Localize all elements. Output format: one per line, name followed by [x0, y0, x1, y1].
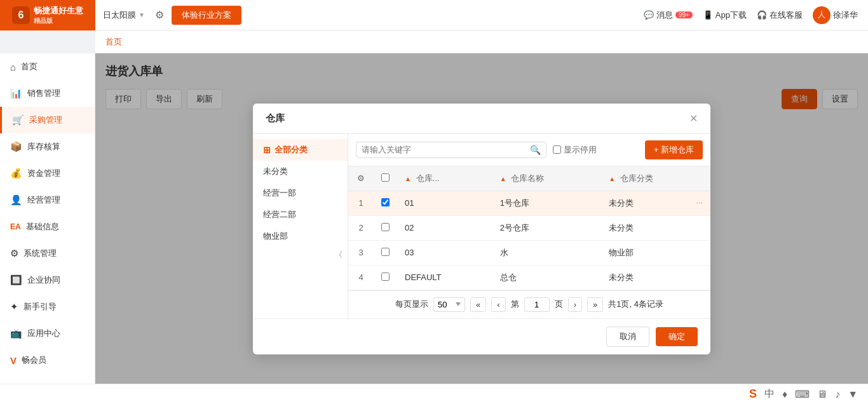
row-name: 1号仓库	[492, 191, 602, 215]
sidebar-item-collab[interactable]: 🔲 企业协同	[0, 267, 95, 293]
grid-icon: ⊞	[263, 145, 271, 155]
col-gear: ⚙	[348, 166, 374, 191]
sidebar-label-guide: 新手引导	[24, 301, 57, 313]
sidebar-item-home[interactable]: ⌂ 首页	[0, 53, 95, 80]
show-disabled-checkbox[interactable]	[553, 145, 561, 154]
search-input[interactable]	[362, 145, 526, 154]
row-name: 水	[492, 240, 602, 265]
category-item-label-1: 经营一部	[263, 188, 296, 198]
per-page-select[interactable]: 50 100 200	[433, 297, 465, 312]
col-code: ▲ 仓库...	[397, 166, 492, 191]
row-code: 03	[397, 240, 492, 265]
basic-icon: EA	[10, 222, 21, 231]
modal-overlay: 仓库 ✕ ⊞ 全部分类 未分类 经营一	[95, 53, 868, 404]
modal-close-icon[interactable]: ✕	[689, 112, 698, 125]
row-checkbox[interactable]	[374, 215, 397, 240]
row-category: 未分类···	[601, 191, 710, 215]
next-page-btn[interactable]: ›	[568, 297, 582, 312]
sidebar-item-sales[interactable]: 📊 销售管理	[0, 80, 95, 107]
bottom-icon-0: S	[749, 387, 757, 401]
row-actions[interactable]: ···	[696, 198, 703, 207]
store-selector[interactable]: 日太阳膜 ▼	[103, 10, 145, 21]
modal-footer: 取消 确定	[253, 318, 710, 354]
category-item-0[interactable]: 未分类	[253, 161, 348, 182]
settings-icon[interactable]: ⚙	[155, 9, 164, 21]
confirm-button[interactable]: 确定	[656, 327, 698, 346]
vip-icon: V	[10, 355, 17, 366]
search-box: 🔍	[356, 142, 546, 158]
sidebar-item-vip[interactable]: V 畅会员	[0, 347, 95, 374]
col-checkbox	[374, 166, 397, 191]
pagination: 每页显示 50 100 200 « ‹ 第 页 ›	[348, 290, 710, 318]
modal-title: 仓库	[266, 112, 285, 125]
table-area: 🔍 显示停用 + 新增仓库	[348, 134, 710, 318]
message-badge: 99+	[675, 11, 693, 18]
operations-icon: 👤	[10, 194, 22, 206]
sidebar-label-finance: 资金管理	[27, 168, 60, 179]
home-icon: ⌂	[10, 62, 16, 72]
category-all-label: 全部分类	[275, 144, 308, 156]
app-download-label: App下载	[715, 10, 747, 21]
sidebar-item-operations[interactable]: 👤 经营管理	[0, 187, 95, 213]
sort-icon-category: ▲	[609, 175, 615, 182]
first-page-btn[interactable]: «	[470, 297, 486, 312]
online-service-item[interactable]: 🎧 在线客服	[757, 10, 803, 21]
page-unit: 页	[555, 299, 563, 310]
bottom-icon-2: ♦	[782, 389, 787, 400]
category-item-2[interactable]: 经营二部	[253, 204, 348, 226]
table-row[interactable]: 1 01 1号仓库 未分类···	[348, 191, 710, 215]
category-item-1[interactable]: 经营一部	[253, 182, 348, 204]
sidebar-item-guide[interactable]: ✦ 新手引导	[0, 293, 95, 320]
app-download-item[interactable]: 📱 App下载	[703, 10, 747, 21]
message-icon: 💬	[644, 10, 654, 20]
page-number-input[interactable]	[524, 297, 550, 312]
top-nav: 6 畅捷通好生意 精品版 日太阳膜 ▼ ⚙ 体验行业方案 💬 消息 99+ 📱 …	[0, 0, 868, 30]
sidebar-item-inventory[interactable]: 📦 库存核算	[0, 133, 95, 160]
sidebar-label-purchase: 采购管理	[29, 114, 62, 126]
gear-col-icon: ⚙	[357, 173, 365, 183]
category-collapse[interactable]: 《	[253, 247, 348, 263]
message-item[interactable]: 💬 消息 99+	[644, 10, 693, 21]
category-all[interactable]: ⊞ 全部分类	[253, 139, 348, 161]
row-num: 4	[348, 265, 374, 290]
table-row[interactable]: 3 03 水 物业部	[348, 240, 710, 265]
row-checkbox[interactable]	[374, 265, 397, 290]
warehouse-modal: 仓库 ✕ ⊞ 全部分类 未分类 经营一	[253, 104, 710, 354]
modal-body: ⊞ 全部分类 未分类 经营一部 经营二部 物业部	[253, 134, 710, 318]
category-item-3[interactable]: 物业部	[253, 226, 348, 247]
user-name: 徐泽华	[833, 10, 858, 21]
sidebar-item-appcenter[interactable]: 📺 应用中心	[0, 320, 95, 347]
breadcrumb-home[interactable]: 首页	[105, 36, 122, 48]
sidebar-item-purchase[interactable]: 🛒 采购管理	[0, 107, 95, 133]
table-row[interactable]: 2 02 2号仓库 未分类	[348, 215, 710, 240]
prev-page-btn[interactable]: ‹	[491, 297, 505, 312]
purchase-icon: 🛒	[12, 114, 24, 126]
sidebar-item-basic[interactable]: EA 基础信息	[0, 213, 95, 240]
headset-icon: 🎧	[757, 10, 767, 20]
select-all-checkbox[interactable]	[381, 173, 390, 182]
per-page-label: 每页显示	[395, 299, 428, 310]
sidebar-item-system[interactable]: ⚙ 系统管理	[0, 240, 95, 267]
search-icon: 🔍	[530, 145, 541, 155]
sidebar-label-home: 首页	[21, 61, 37, 72]
cancel-button[interactable]: 取消	[606, 327, 649, 347]
sidebar-label-sales: 销售管理	[27, 88, 60, 99]
sales-icon: 📊	[10, 88, 22, 99]
sort-icon-name: ▲	[500, 175, 506, 182]
breadcrumb: 首页	[95, 30, 868, 53]
sidebar-label-collab: 企业协同	[27, 274, 60, 286]
table-header-row: ⚙ ▲ 仓库...	[348, 166, 710, 191]
bottom-icon-5: ♪	[835, 389, 840, 400]
category-item-label-2: 经营二部	[263, 210, 296, 219]
row-category: 物业部	[601, 240, 710, 265]
row-checkbox[interactable]	[374, 240, 397, 265]
table-row[interactable]: 4 DEFAULT 总仓 未分类	[348, 265, 710, 290]
row-name: 2号仓库	[492, 215, 602, 240]
try-button[interactable]: 体验行业方案	[172, 6, 241, 25]
user-item[interactable]: 人 徐泽华	[813, 6, 858, 24]
add-warehouse-button[interactable]: + 新增仓库	[645, 140, 703, 159]
row-checkbox[interactable]	[374, 191, 397, 215]
last-page-btn[interactable]: »	[587, 297, 603, 312]
show-disabled-label[interactable]: 显示停用	[553, 144, 597, 156]
sidebar-item-finance[interactable]: 💰 资金管理	[0, 160, 95, 187]
